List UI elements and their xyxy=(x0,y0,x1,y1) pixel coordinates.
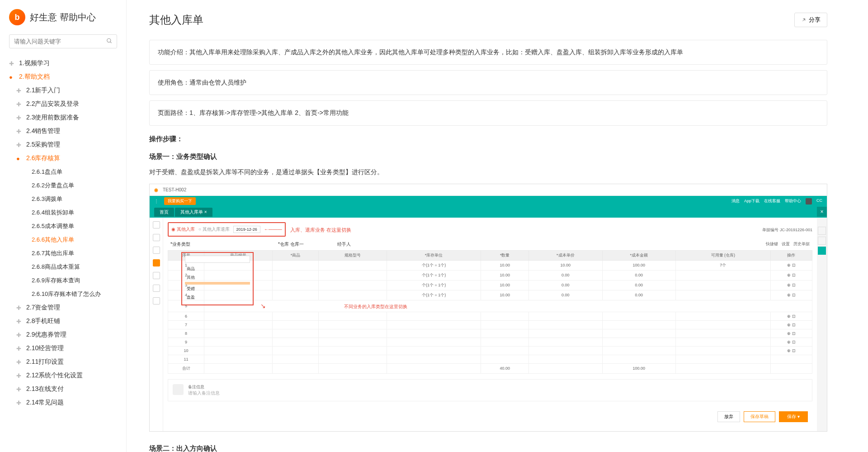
ss-nav-icon xyxy=(153,259,160,266)
plus-icon: ✚ xyxy=(16,345,23,352)
svg-line-1 xyxy=(110,42,112,43)
ss-dropdown-input xyxy=(185,256,250,263)
nav-2-6-9[interactable]: 2.6.9库存账本查询 xyxy=(32,274,117,287)
nav-2-5[interactable]: ✚2.5采购管理 xyxy=(16,138,117,152)
table-row: 8⊕ ⊡ xyxy=(168,329,812,338)
ss-detail-table: 序号 商品编号 *商品 规格型号 *库存单位 *数量 *成本单价 *成本金额 可… xyxy=(168,250,812,374)
ss-company: TEST-H002 xyxy=(163,187,186,192)
table-row: 7⊕ ⊡ xyxy=(168,320,812,329)
nav-2-6-10[interactable]: 2.6.10库存账本错了怎么办 xyxy=(32,287,117,301)
intro-card: 功能介绍：其他入库单用来处理除采购入库、产成品入库之外的其他入库业务，因此其他入… xyxy=(149,40,827,65)
plus-icon: ✚ xyxy=(9,60,15,67)
search-icon[interactable] xyxy=(106,38,113,45)
embedded-screenshot: ◉ TEST-H002 ⋮ 我要购买一下 消息 App下载 在线客服 帮助中心 … xyxy=(149,184,827,432)
plus-icon: ✚ xyxy=(16,359,23,366)
ss-doc-no: 单据编号 JC-20191226-001 xyxy=(762,227,812,233)
nav-2-1[interactable]: ✚2.1新手入门 xyxy=(16,84,117,97)
role-card: 使用角色：通常由仓管人员维护 xyxy=(149,70,827,95)
nav-2-13[interactable]: ✚2.13在线支付 xyxy=(16,382,117,396)
plus-icon: ✚ xyxy=(16,318,23,325)
logo-icon: b xyxy=(9,9,25,25)
ss-tab-doc: 其他入库单 × xyxy=(175,208,212,217)
ss-app-link: App下载 xyxy=(744,198,760,205)
role-label: 使用角色： xyxy=(158,79,189,86)
table-row: 1个(1个 = 1个)10.0010.00100.007个⊕ ⊡ xyxy=(168,260,812,270)
ss-help-link: 帮助中心 xyxy=(785,198,801,205)
share-button[interactable]: 分享 xyxy=(794,13,827,27)
page-title: 其他入库单 xyxy=(149,13,203,27)
ss-opt: 盘盈 xyxy=(185,293,250,302)
nav-2-6-1[interactable]: 2.6.1盘点单 xyxy=(32,165,117,179)
ss-nav-icon xyxy=(153,297,160,305)
nav-2-11[interactable]: ✚2.11打印设置 xyxy=(16,355,117,369)
ss-toolbar-history: 历史单据 xyxy=(793,241,810,247)
nav-2-7[interactable]: ✚2.7资金管理 xyxy=(16,301,117,314)
plus-icon: ✚ xyxy=(16,372,23,379)
main-content: 其他入库单 分享 功能介绍：其他入库单用来处理除采购入库、产成品入库之外的其他入… xyxy=(127,0,850,452)
ss-nav-icon xyxy=(153,272,160,279)
nav-2-4[interactable]: ✚2.4销售管理 xyxy=(16,124,117,138)
plus-icon: ✚ xyxy=(16,101,23,108)
nav-help-docs[interactable]: ●2.帮助文档 xyxy=(9,70,117,84)
ss-date-input: 2019-12-26 xyxy=(233,226,260,233)
ss-logo-icon: ◉ xyxy=(154,187,158,192)
ss-toolbar-settings: 设置 xyxy=(782,241,790,247)
nav-list: ✚1.视频学习 ●2.帮助文档 ✚2.1新手入门 ✚2.2产品安装及登录 ✚2.… xyxy=(9,57,117,409)
nav-2-6-8[interactable]: 2.6.8商品成本重算 xyxy=(32,260,117,274)
plus-icon: ✚ xyxy=(16,114,23,121)
nav-2-14[interactable]: ✚2.14常见问题 xyxy=(16,396,117,409)
nav-2-3[interactable]: ✚2.3使用前数据准备 xyxy=(16,111,117,124)
ss-radio-return: ○ 其他入库退库 xyxy=(198,226,230,233)
ss-topbar: ◉ TEST-H002 xyxy=(150,184,827,196)
plus-icon: ✚ xyxy=(16,142,23,148)
nav-2-6-3[interactable]: 2.6.3调拨单 xyxy=(32,192,117,206)
nav-2-6-7[interactable]: 2.6.7其他出库单 xyxy=(32,247,117,260)
plus-icon: ✚ xyxy=(16,305,23,311)
share-icon xyxy=(801,17,807,23)
ss-toolbar-shortcut: 快捷键 xyxy=(766,241,778,247)
sidebar: b 好生意 帮助中心 ✚1.视频学习 ●2.帮助文档 ✚2.1新手入门 ✚2.2… xyxy=(0,0,127,452)
nav-2-8[interactable]: ✚2.8手机旺铺 xyxy=(16,314,117,328)
plus-icon: ✚ xyxy=(16,128,23,135)
ss-nav-icon xyxy=(153,285,160,292)
nav-2-6-6[interactable]: 2.6.6其他入库单 xyxy=(32,233,117,247)
ss-footer: 放弃 保存草稿 保存 ▾ xyxy=(168,407,812,427)
ss-memo-row: 备注信息 请输入备注信息 xyxy=(168,379,812,401)
intro-text: 其他入库单用来处理除采购入库、产成品入库之外的其他入库业务，因此其他入库单可处理… xyxy=(189,48,683,56)
ss-biztype-dropdown: 商品 其他 受赠 盘盈 xyxy=(181,252,254,305)
ss-user: CC xyxy=(816,198,822,205)
nav-video[interactable]: ✚1.视频学习 xyxy=(9,57,117,70)
ss-menu-ellipsis: ⋮ xyxy=(154,199,159,204)
ss-tab-home: 首页 xyxy=(154,208,174,217)
ss-nav-icon xyxy=(153,234,160,241)
ss-try-button: 我要购买一下 xyxy=(164,197,196,205)
nav-2-2[interactable]: ✚2.2产品安装及登录 xyxy=(16,97,117,111)
brand-text: 好生意 帮助中心 xyxy=(30,11,96,24)
nav-2-6-2[interactable]: 2.6.2分量盘点单 xyxy=(32,179,117,192)
steps-label: 操作步骤： xyxy=(149,135,827,143)
table-row: 5↘ 不同业务的入库类型在这里切换 xyxy=(168,300,812,312)
ss-save-button: 保存 ▾ xyxy=(779,411,808,422)
ss-cancel-button: 放弃 xyxy=(717,411,740,422)
nav-2-6-5[interactable]: 2.6.5成本调整单 xyxy=(32,219,117,233)
ss-msg-link: 消息 xyxy=(731,198,740,205)
ss-annotation-1: 入库、退库业务 在这里切换 xyxy=(290,227,351,233)
scene1-body: 对于受赠、盘盈或是拆装入库等不同的业务，是通过单据头【业务类型】进行区分。 xyxy=(149,166,827,178)
nav-2-6-4[interactable]: 2.6.4组装拆卸单 xyxy=(32,206,117,219)
nav-2-12[interactable]: ✚2.12系统个性化设置 xyxy=(16,369,117,382)
plus-icon: ✚ xyxy=(16,332,23,338)
ss-tabs: 首页 其他入库单 × xyxy=(150,207,827,218)
plus-icon: ✚ xyxy=(16,386,23,393)
nav-2-6[interactable]: ●2.6库存核算 xyxy=(16,152,117,165)
table-row: 6⊕ ⊡ xyxy=(168,312,812,320)
ss-close-icon: × xyxy=(817,207,827,217)
ss-tool-icon xyxy=(818,227,826,235)
search-input[interactable] xyxy=(9,34,117,48)
nav-2-10[interactable]: ✚2.10经营管理 xyxy=(16,342,117,355)
ss-svc-link: 在线客服 xyxy=(764,198,780,205)
nav-2-9[interactable]: ✚2.9优惠券管理 xyxy=(16,328,117,342)
ss-annotation-2: 不同业务的入库类型在这里切换 xyxy=(344,304,407,309)
intro-label: 功能介绍： xyxy=(158,48,189,56)
ss-memo-icon xyxy=(173,384,184,395)
table-total-row: 合计40.00100.00 xyxy=(168,363,812,373)
